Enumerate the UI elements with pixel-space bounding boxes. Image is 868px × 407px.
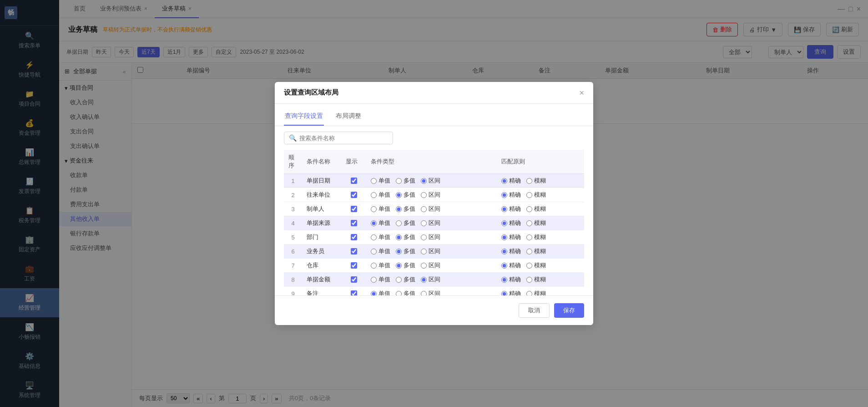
radio-input-多值[interactable] — [396, 206, 402, 212]
radio-多值[interactable]: 多值 — [396, 177, 415, 185]
match-radio-精确[interactable]: 精确 — [501, 219, 521, 227]
radio-input-多值[interactable] — [396, 178, 402, 184]
radio-input-区间[interactable] — [421, 263, 427, 269]
radio-多值[interactable]: 多值 — [396, 247, 415, 255]
match-radio-input-模糊[interactable] — [526, 277, 532, 283]
radio-input-单值[interactable] — [371, 220, 377, 226]
radio-input-区间[interactable] — [421, 249, 427, 254]
row-show-checkbox[interactable] — [351, 206, 357, 212]
row-show-checkbox[interactable] — [351, 234, 357, 240]
radio-区间[interactable]: 区间 — [421, 191, 440, 199]
radio-input-多值[interactable] — [396, 277, 402, 283]
match-radio-模糊[interactable]: 模糊 — [526, 191, 546, 199]
radio-input-单值[interactable] — [371, 192, 377, 198]
radio-多值[interactable]: 多值 — [396, 290, 415, 295]
match-radio-精确[interactable]: 精确 — [501, 191, 521, 199]
match-radio-input-模糊[interactable] — [526, 220, 532, 226]
match-radio-input-模糊[interactable] — [526, 249, 532, 254]
radio-input-多值[interactable] — [396, 220, 402, 226]
match-radio-input-精确[interactable] — [501, 192, 507, 198]
dialog-close-button[interactable]: × — [579, 89, 584, 97]
radio-input-单值[interactable] — [371, 234, 377, 240]
match-radio-input-模糊[interactable] — [526, 206, 532, 212]
radio-input-多值[interactable] — [396, 234, 402, 240]
radio-单值[interactable]: 单值 — [371, 219, 390, 227]
row-show-checkbox[interactable] — [351, 248, 357, 254]
match-radio-模糊[interactable]: 模糊 — [526, 261, 546, 270]
radio-input-区间[interactable] — [421, 178, 427, 184]
radio-区间[interactable]: 区间 — [421, 275, 440, 284]
radio-input-区间[interactable] — [421, 206, 427, 212]
match-radio-input-精确[interactable] — [501, 220, 507, 226]
radio-单值[interactable]: 单值 — [371, 177, 390, 185]
match-radio-精确[interactable]: 精确 — [501, 275, 521, 284]
row-show-checkbox[interactable] — [351, 178, 357, 184]
match-radio-精确[interactable]: 精确 — [501, 177, 521, 185]
match-radio-精确[interactable]: 精确 — [501, 261, 521, 270]
match-radio-模糊[interactable]: 模糊 — [526, 275, 546, 284]
radio-input-单值[interactable] — [371, 249, 377, 254]
match-radio-input-精确[interactable] — [501, 263, 507, 269]
dialog-tab-layout[interactable]: 布局调整 — [335, 109, 362, 126]
radio-input-区间[interactable] — [421, 291, 427, 296]
match-radio-input-精确[interactable] — [501, 234, 507, 240]
radio-input-区间[interactable] — [421, 234, 427, 240]
radio-input-单值[interactable] — [371, 291, 377, 296]
row-show-checkbox[interactable] — [351, 262, 357, 269]
match-radio-模糊[interactable]: 模糊 — [526, 290, 546, 295]
radio-input-区间[interactable] — [421, 192, 427, 198]
match-radio-input-精确[interactable] — [501, 277, 507, 283]
match-radio-input-模糊[interactable] — [526, 291, 532, 296]
radio-input-多值[interactable] — [396, 249, 402, 254]
match-radio-精确[interactable]: 精确 — [501, 233, 521, 241]
radio-单值[interactable]: 单值 — [371, 233, 390, 241]
match-radio-input-精确[interactable] — [501, 291, 507, 296]
radio-input-单值[interactable] — [371, 277, 377, 283]
match-radio-精确[interactable]: 精确 — [501, 247, 521, 255]
radio-多值[interactable]: 多值 — [396, 219, 415, 227]
radio-单值[interactable]: 单值 — [371, 290, 390, 295]
radio-单值[interactable]: 单值 — [371, 205, 390, 213]
radio-input-多值[interactable] — [396, 263, 402, 269]
radio-input-单值[interactable] — [371, 263, 377, 269]
row-show-checkbox[interactable] — [351, 192, 357, 198]
radio-多值[interactable]: 多值 — [396, 205, 415, 213]
radio-多值[interactable]: 多值 — [396, 233, 415, 241]
match-radio-input-模糊[interactable] — [526, 234, 532, 240]
radio-多值[interactable]: 多值 — [396, 275, 415, 284]
match-radio-input-模糊[interactable] — [526, 178, 532, 184]
radio-input-区间[interactable] — [421, 220, 427, 226]
radio-单值[interactable]: 单值 — [371, 247, 390, 255]
radio-区间[interactable]: 区间 — [421, 219, 440, 227]
match-radio-模糊[interactable]: 模糊 — [526, 219, 546, 227]
radio-区间[interactable]: 区间 — [421, 247, 440, 255]
radio-区间[interactable]: 区间 — [421, 205, 440, 213]
match-radio-input-模糊[interactable] — [526, 263, 532, 269]
match-radio-模糊[interactable]: 模糊 — [526, 177, 546, 185]
match-radio-input-模糊[interactable] — [526, 192, 532, 198]
radio-区间[interactable]: 区间 — [421, 290, 440, 295]
modal-overlay[interactable]: 设置查询区域布局 × 查询字段设置 布局调整 🔍 顺序 — [0, 0, 868, 407]
radio-单值[interactable]: 单值 — [371, 191, 390, 199]
dialog-tab-query-fields[interactable]: 查询字段设置 — [284, 109, 324, 126]
radio-多值[interactable]: 多值 — [396, 191, 415, 199]
radio-input-多值[interactable] — [396, 192, 402, 198]
match-radio-精确[interactable]: 精确 — [501, 205, 521, 213]
condition-search-input[interactable] — [299, 135, 388, 142]
radio-input-多值[interactable] — [396, 291, 402, 296]
match-radio-精确[interactable]: 精确 — [501, 290, 521, 295]
save-dialog-button[interactable]: 保存 — [554, 303, 584, 318]
row-show-checkbox[interactable] — [351, 220, 357, 226]
match-radio-input-精确[interactable] — [501, 206, 507, 212]
radio-单值[interactable]: 单值 — [371, 275, 390, 284]
radio-input-单值[interactable] — [371, 178, 377, 184]
radio-区间[interactable]: 区间 — [421, 233, 440, 241]
match-radio-input-精确[interactable] — [501, 178, 507, 184]
match-radio-模糊[interactable]: 模糊 — [526, 205, 546, 213]
radio-区间[interactable]: 区间 — [421, 261, 440, 270]
cancel-button[interactable]: 取消 — [519, 303, 550, 318]
radio-区间[interactable]: 区间 — [421, 177, 440, 185]
row-show-checkbox[interactable] — [351, 276, 357, 283]
radio-input-单值[interactable] — [371, 206, 377, 212]
match-radio-模糊[interactable]: 模糊 — [526, 233, 546, 241]
